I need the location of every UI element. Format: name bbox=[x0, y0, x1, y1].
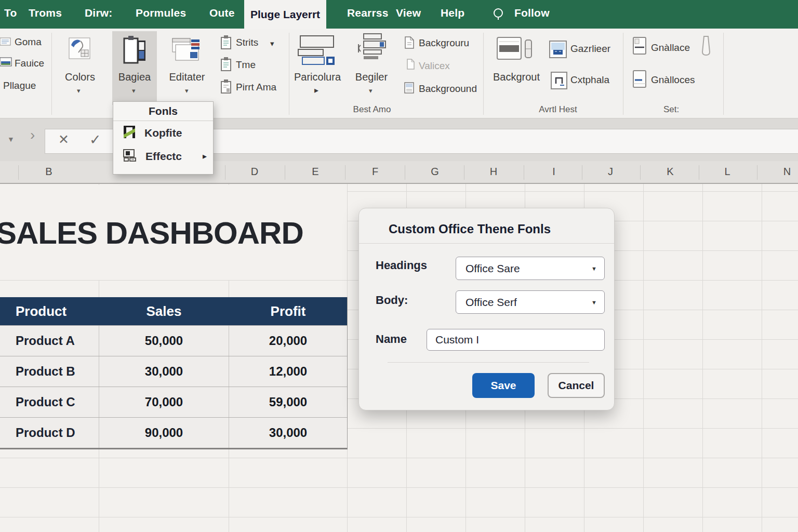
ribbon-item-fauice[interactable]: Fauice bbox=[15, 58, 44, 69]
menu-tab-page-layout-active[interactable]: Pluge Layerrt bbox=[244, 0, 326, 29]
confirm-entry-icon[interactable]: ✓ bbox=[89, 131, 101, 148]
follow-pin-icon bbox=[493, 7, 504, 24]
table-row[interactable]: Product D 90,000 30,000 bbox=[0, 417, 347, 448]
ribbon-item-gnallace[interactable]: Gnàllace bbox=[651, 42, 690, 54]
cell-product[interactable]: Product B bbox=[0, 364, 99, 379]
menu-tab-oute[interactable]: Oute bbox=[209, 7, 235, 19]
column-header-g[interactable]: G bbox=[431, 166, 439, 178]
cell-sales[interactable]: 30,000 bbox=[99, 356, 229, 387]
menu-item-follow[interactable]: Follow bbox=[514, 7, 550, 19]
bagiea-label: Bagiea bbox=[112, 71, 157, 83]
ribbon-item-backgrouru[interactable]: Backgrouru bbox=[419, 37, 469, 49]
custom-theme-fonts-dialog: Custom Office Thene Fonls Headings Offic… bbox=[358, 208, 615, 410]
cell-sales[interactable]: 90,000 bbox=[99, 418, 229, 448]
save-button[interactable]: Save bbox=[472, 373, 535, 398]
table-row[interactable]: Product A 50,000 20,000 bbox=[0, 325, 347, 356]
ribbon-item-gazrlieer[interactable]: Gazrlieer bbox=[570, 43, 610, 55]
sales-table[interactable]: Product Sales Profit Product A 50,000 20… bbox=[0, 297, 348, 449]
menu-item-kopfite[interactable]: Kopfite bbox=[113, 121, 213, 144]
cell-profit[interactable]: 20,000 bbox=[229, 326, 347, 356]
select-caret-icon: ▼ bbox=[591, 299, 597, 305]
bagiea-caret-icon: ▾ bbox=[132, 87, 136, 94]
cell-sales[interactable]: 70,000 bbox=[99, 387, 229, 417]
dialog-divider bbox=[388, 362, 589, 363]
table-row[interactable]: Product C 70,000 59,000 bbox=[0, 387, 347, 417]
column-header-f[interactable]: F bbox=[372, 166, 378, 178]
ribbon-item-pirrt-ama[interactable]: Pirrt Ama bbox=[236, 82, 276, 93]
active-tab-label: Pluge Layerrt bbox=[250, 8, 320, 21]
cell-profit[interactable]: 12,000 bbox=[229, 356, 347, 387]
menu-item-effectc[interactable]: Effectc ▸ bbox=[113, 144, 213, 168]
headings-font-select[interactable]: Office Sare ▼ bbox=[456, 257, 605, 280]
ribbon-item-backgroound[interactable]: Backgroound bbox=[419, 83, 477, 95]
ribbon-item-cxtphala[interactable]: Cxtphala bbox=[570, 74, 609, 86]
menu-tab-view[interactable]: View bbox=[396, 7, 421, 19]
menu-tab-dirw[interactable]: Dirw: bbox=[85, 7, 113, 19]
backgrout-label: Backgrout bbox=[489, 71, 543, 83]
dialog-divider bbox=[359, 243, 614, 244]
paricolura-label: Paricolura bbox=[291, 71, 343, 83]
cell-product[interactable]: Product D bbox=[0, 425, 99, 440]
backgrouru-page-icon bbox=[404, 36, 415, 51]
title-cell: SALES DASHBOARD bbox=[0, 185, 347, 280]
ribbon-item-strits[interactable]: Strits bbox=[236, 37, 258, 48]
excel-window: To Troms Dirw: Pormules Oute Pluge Layer… bbox=[0, 0, 798, 532]
strits-clipboard-icon bbox=[220, 35, 232, 52]
menu-tab-pormules[interactable]: Pormules bbox=[136, 7, 186, 19]
column-header-b[interactable]: B bbox=[45, 166, 52, 178]
cell-product[interactable]: Product A bbox=[0, 334, 99, 348]
effectc-icon bbox=[123, 149, 137, 164]
colors-caret-icon: ▾ bbox=[77, 87, 81, 94]
cell-profit[interactable]: 59,000 bbox=[229, 387, 347, 417]
editater-button[interactable]: Editater ▾ bbox=[165, 31, 209, 105]
cancel-button[interactable]: Cancel bbox=[548, 373, 605, 398]
menu-tab-to[interactable]: To bbox=[4, 7, 17, 19]
backgrout-button[interactable]: Backgrout bbox=[489, 31, 543, 105]
name-box-caret-icon[interactable]: ▼ bbox=[7, 135, 15, 143]
table-header-sales: Sales bbox=[99, 297, 229, 325]
ribbon-item-tme[interactable]: Tme bbox=[236, 59, 256, 71]
headings-label: Headings bbox=[376, 259, 427, 272]
column-header-l[interactable]: L bbox=[724, 166, 730, 178]
colors-theme-icon bbox=[68, 36, 91, 62]
colors-button[interactable]: Colors ▾ bbox=[60, 31, 100, 105]
bagiea-button-open[interactable]: Bagiea ▾ bbox=[112, 31, 157, 105]
theme-name-input[interactable] bbox=[427, 329, 605, 351]
column-header-h[interactable]: H bbox=[490, 166, 497, 178]
gnalloces-page-icon bbox=[633, 70, 646, 90]
ribbon-item-goma[interactable]: Goma bbox=[15, 36, 42, 48]
menu-tab-troms[interactable]: Troms bbox=[29, 7, 62, 19]
bagiea-clipboard-icon bbox=[123, 36, 147, 67]
ribbon-item-pllague[interactable]: Pllague bbox=[3, 80, 36, 91]
fauice-icon bbox=[0, 57, 12, 69]
body-label: Body: bbox=[376, 294, 408, 307]
begiler-button[interactable]: Begiler ▾ bbox=[347, 31, 396, 105]
column-header-i[interactable]: I bbox=[552, 166, 555, 178]
table-header-profit: Profit bbox=[229, 297, 347, 325]
menu-tab-rearrss[interactable]: Rearrss bbox=[347, 7, 389, 19]
table-row[interactable]: Product B 30,000 12,000 bbox=[0, 356, 347, 387]
column-header-n[interactable]: N bbox=[783, 166, 791, 178]
column-header-d[interactable]: D bbox=[251, 166, 258, 178]
valicex-page-icon bbox=[406, 59, 416, 72]
colors-label: Colors bbox=[60, 71, 100, 83]
editater-icon bbox=[171, 36, 202, 64]
cell-sales[interactable]: 50,000 bbox=[99, 326, 229, 356]
cxtphala-icon bbox=[551, 72, 567, 91]
paricolura-arrow-icon: ▸ bbox=[314, 86, 318, 95]
body-font-select[interactable]: Office Serf ▼ bbox=[456, 290, 605, 314]
cell-profit[interactable]: 30,000 bbox=[229, 418, 347, 448]
cell-product[interactable]: Product C bbox=[0, 395, 99, 409]
column-header-e[interactable]: E bbox=[312, 166, 318, 178]
tme-clipboard-icon bbox=[220, 57, 232, 74]
menu-tab-help[interactable]: Help bbox=[441, 7, 464, 19]
cancel-entry-icon[interactable]: ✕ bbox=[58, 132, 69, 147]
column-header-j[interactable]: J bbox=[608, 166, 613, 178]
ribbon-item-gnalloces[interactable]: Gnàlloces bbox=[651, 74, 695, 86]
expand-chevron-icon[interactable]: › bbox=[30, 127, 35, 143]
column-header-k[interactable]: K bbox=[667, 166, 673, 178]
ribbon-group-set: Set: bbox=[640, 104, 702, 115]
paricolura-button[interactable]: Paricolura ▸ bbox=[291, 31, 343, 105]
kopfite-label: Kopfite bbox=[144, 127, 182, 139]
effectc-label: Effectc bbox=[145, 150, 182, 163]
